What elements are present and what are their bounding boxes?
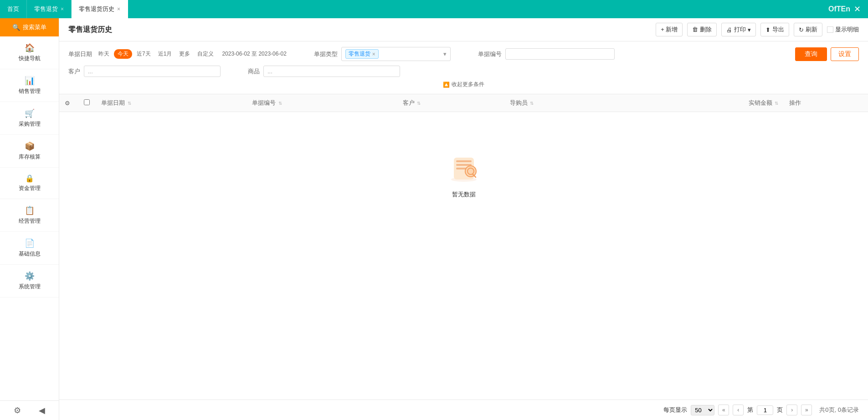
tab-home-label: 首页 xyxy=(7,5,19,13)
type-tag-close[interactable]: × xyxy=(372,51,375,57)
sidebar-item-sales-mgmt-label: 销售管理 xyxy=(19,87,41,95)
tab-retail-return-history-close[interactable]: × xyxy=(117,6,120,12)
sidebar-item-system-mgmt[interactable]: ⚙️ 系统管理 xyxy=(0,265,59,297)
goods-select[interactable]: ... xyxy=(263,66,400,77)
sidebar-item-inventory-label: 库存核算 xyxy=(19,153,41,161)
th-guide-label: 导购员 xyxy=(510,99,528,106)
sidebar-item-basic-info[interactable]: 📄 基础信息 xyxy=(0,232,59,265)
svg-rect-4 xyxy=(456,168,466,169)
top-bar: 首页 零售退货 × 零售退货历史 × OfTEn ✕ xyxy=(0,0,868,18)
goods-filter-label: 商品 xyxy=(248,67,260,76)
date-range-value: 2023-06-02 至 2023-06-02 xyxy=(222,50,286,58)
th-settings[interactable]: ⚙ xyxy=(59,94,77,112)
customer-select[interactable]: ... xyxy=(84,66,221,77)
amount-sort-icon: ⇅ xyxy=(775,101,778,106)
system-icon: ⚙️ xyxy=(25,271,35,281)
th-action: 操作 xyxy=(784,94,868,112)
next-page-button[interactable]: › xyxy=(786,405,797,415)
page-size-label: 每页显示 xyxy=(663,406,687,414)
purchase-icon: 🛒 xyxy=(25,108,35,118)
settings-filter-button[interactable]: 设置 xyxy=(831,47,859,61)
table-container: ⚙ 单据日期 ⇅ 单据编号 ⇅ xyxy=(59,94,868,400)
close-window-icon[interactable]: ✕ xyxy=(854,4,861,14)
type-select[interactable]: 零售退货 × ▾ xyxy=(341,47,451,61)
home-icon: 🏠 xyxy=(25,43,35,53)
th-amount[interactable]: 实销金额 ⇅ xyxy=(633,94,784,112)
sidebar-item-business-mgmt[interactable]: 📋 经营管理 xyxy=(0,199,59,232)
tab-home[interactable]: 首页 xyxy=(0,0,27,18)
delete-button[interactable]: 🗑 删除 xyxy=(687,23,717,36)
search-icon: 🔍 xyxy=(12,24,20,31)
filter-customer: 客户 ... xyxy=(68,66,221,77)
filter-number: 单据编号 xyxy=(478,48,615,60)
sidebar-item-sales-mgmt[interactable]: 📊 销售管理 xyxy=(0,69,59,102)
date-btn-yesterday[interactable]: 昨天 xyxy=(96,49,112,59)
sales-icon: 📊 xyxy=(25,76,35,86)
export-button[interactable]: ⬆ 导出 xyxy=(760,23,789,36)
sidebar-settings-btn[interactable]: ⚙ xyxy=(14,405,21,415)
brand-text: OfTEn xyxy=(828,5,850,13)
print-dropdown-icon: ▾ xyxy=(748,26,751,33)
tab-retail-return-history-label: 零售退货历史 xyxy=(79,5,114,13)
goods-ellipsis: ... xyxy=(267,68,272,75)
export-icon: ⬆ xyxy=(765,26,770,33)
th-customer[interactable]: 客户 ⇅ xyxy=(397,94,504,112)
filter-area: 单据日期 昨天 今天 近7天 近1月 更多 自定义 2023-06-02 至 2… xyxy=(59,41,868,94)
date-filter-label: 单据日期 xyxy=(68,50,92,58)
date-sort-icon: ⇅ xyxy=(128,101,131,106)
topbar-right: OfTEn ✕ xyxy=(828,4,868,14)
display-detail-toggle[interactable]: 显示明细 xyxy=(827,26,859,34)
sidebar-search[interactable]: 🔍 搜索菜单 xyxy=(0,18,59,36)
guide-sort-icon: ⇅ xyxy=(530,101,534,106)
refresh-button[interactable]: ↻ 刷新 xyxy=(794,23,822,36)
sidebar-bottom: ⚙ ◀ xyxy=(0,400,59,420)
last-page-button[interactable]: » xyxy=(801,405,812,415)
tab-retail-return-close[interactable]: × xyxy=(61,6,64,12)
tab-retail-return[interactable]: 零售退货 × xyxy=(27,0,72,18)
th-guide[interactable]: 导购员 ⇅ xyxy=(504,94,633,112)
first-page-button[interactable]: « xyxy=(718,405,729,415)
filter-date: 单据日期 昨天 今天 近7天 近1月 更多 自定义 2023-06-02 至 2… xyxy=(68,49,287,59)
date-btn-last-month[interactable]: 近1月 xyxy=(155,49,175,59)
sidebar-item-capital-mgmt-label: 资金管理 xyxy=(19,184,41,192)
capital-icon: 🔒 xyxy=(25,174,34,183)
business-icon: 📋 xyxy=(25,205,35,215)
sidebar-item-purchase-mgmt-label: 采购管理 xyxy=(19,120,41,128)
page-size-select[interactable]: 50 10 20 100 xyxy=(691,405,714,415)
tab-retail-return-history[interactable]: 零售退货历史 × xyxy=(72,0,128,18)
sidebar-item-purchase-mgmt[interactable]: 🛒 采购管理 xyxy=(0,102,59,135)
select-all-checkbox[interactable] xyxy=(84,99,90,105)
content-area: 零售退货历史 + 新增 🗑 删除 🖨 🖨 打印 打印 ▾ ⬆ 导出 ↻ 刷新 xyxy=(59,18,868,420)
sidebar-item-quick-nav-label: 快捷导航 xyxy=(19,55,41,62)
sidebar-collapse-btn[interactable]: ◀ xyxy=(39,405,45,415)
sidebar-item-capital-mgmt[interactable]: 🔒 资金管理 xyxy=(0,168,59,199)
date-btn-today[interactable]: 今天 xyxy=(114,49,132,59)
sidebar-item-quick-nav[interactable]: 🏠 快捷导航 xyxy=(0,36,59,69)
collapse-filter-button[interactable]: 🔼 收起更多条件 xyxy=(68,81,859,88)
print-icon: 🖨 xyxy=(726,26,732,33)
type-tag: 零售退货 × xyxy=(345,49,379,59)
number-filter-input[interactable] xyxy=(505,48,615,60)
pagination-bar: 每页显示 50 10 20 100 « ‹ 第 页 › » 共0页, 0条记录 xyxy=(59,400,868,420)
date-btn-more[interactable]: 更多 xyxy=(176,49,193,59)
display-detail-checkbox[interactable] xyxy=(827,26,833,33)
date-btn-custom[interactable]: 自定义 xyxy=(195,49,216,59)
new-button[interactable]: + 新增 xyxy=(656,23,683,36)
type-filter-label: 单据类型 xyxy=(314,50,338,58)
th-date[interactable]: 单据日期 ⇅ xyxy=(96,94,247,112)
table-settings-icon[interactable]: ⚙ xyxy=(65,100,70,107)
sidebar-item-inventory[interactable]: 📦 库存核算 xyxy=(0,135,59,168)
th-date-label: 单据日期 xyxy=(101,99,125,106)
collapse-filter-label: 收起更多条件 xyxy=(452,81,484,88)
table-body: 暂无数据 xyxy=(59,112,868,236)
prev-page-button[interactable]: ‹ xyxy=(733,405,744,415)
query-button[interactable]: 查询 xyxy=(795,47,827,61)
empty-text: 暂无数据 xyxy=(452,190,476,199)
svg-point-5 xyxy=(465,166,476,177)
th-number[interactable]: 单据编号 ⇅ xyxy=(247,94,397,112)
th-checkbox[interactable] xyxy=(77,94,96,112)
date-btn-last7[interactable]: 近7天 xyxy=(134,49,154,59)
print-button[interactable]: 🖨 🖨 打印 打印 ▾ xyxy=(721,23,756,36)
page-number-input[interactable] xyxy=(757,405,773,415)
type-tag-value: 零售退货 xyxy=(349,50,370,58)
